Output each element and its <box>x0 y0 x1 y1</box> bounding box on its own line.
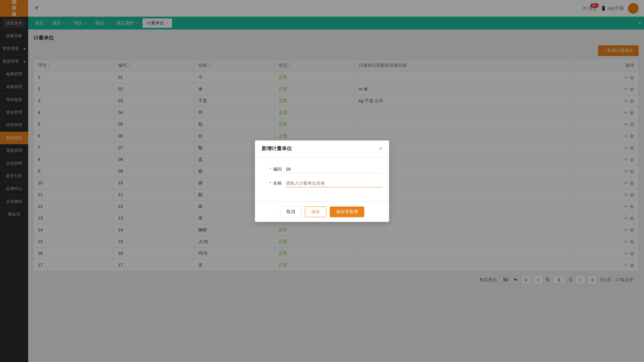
code-label: * 编码 <box>262 166 282 172</box>
modal-header: 新增计量单位 × <box>255 140 389 157</box>
cancel-button[interactable]: 取消 <box>280 206 302 217</box>
code-form-row: * 编码 <box>262 165 382 173</box>
modal-overlay[interactable]: 新增计量单位 × * 编码 * 名称 取消 保存 保存并新增 <box>0 0 644 362</box>
required-star-name: * <box>269 181 271 186</box>
name-form-row: * 名称 <box>262 179 382 187</box>
modal-body: * 编码 * 名称 <box>255 157 389 201</box>
modal-footer: 取消 保存 保存并新增 <box>255 201 389 222</box>
required-star-code: * <box>269 167 271 172</box>
save-button[interactable]: 保存 <box>305 206 326 217</box>
save-and-new-button[interactable]: 保存并新增 <box>330 206 364 217</box>
add-unit-modal: 新增计量单位 × * 编码 * 名称 取消 保存 保存并新增 <box>255 140 389 222</box>
modal-title: 新增计量单位 <box>262 145 292 152</box>
name-label: * 名称 <box>262 180 282 186</box>
code-input[interactable] <box>286 165 382 173</box>
name-input[interactable] <box>286 179 382 187</box>
modal-close-button[interactable]: × <box>379 145 382 152</box>
